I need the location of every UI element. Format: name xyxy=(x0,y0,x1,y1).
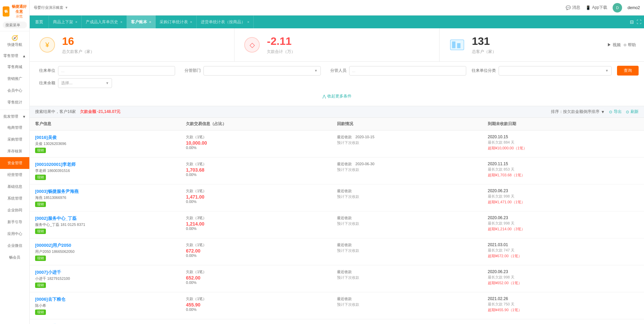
tab-close-icon[interactable]: × xyxy=(75,20,77,24)
store-label: 母婴行业演示账套 xyxy=(34,5,63,10)
sidebar-item-purchase[interactable]: 采购管理 xyxy=(0,134,29,145)
collection-info-0: 最近收款 2020-10-15 预计下次收款 xyxy=(337,135,488,145)
col-header-customer: 客户信息 xyxy=(35,121,186,127)
filter-client: 往来单位 ... xyxy=(35,66,175,76)
search-input[interactable] xyxy=(3,22,27,28)
customer-phone-2: 海燕 18513066976 xyxy=(35,195,186,200)
tab-expand-icon[interactable]: ⛶ xyxy=(637,19,641,25)
sidebar-item-retail-stats[interactable]: 零售统计 xyxy=(0,96,29,108)
sort-label: 排序：按欠款金额倒序排序 xyxy=(551,109,599,115)
sidebar-item-marketing[interactable]: 营销推广 xyxy=(0,73,29,85)
sidebar-item-quick-nav[interactable]: 🧭 快捷导航 xyxy=(0,31,29,51)
filter-category: 往来单位分类 ▼ xyxy=(472,66,612,76)
dept-select[interactable]: ▼ xyxy=(203,66,320,76)
debt-info-0: 欠款（1笔） 10,000.00 0.00% xyxy=(186,135,337,150)
message-button[interactable]: 💬 消息 xyxy=(566,5,580,10)
customer-name-3[interactable]: [0002]服务中心_丁磊 xyxy=(35,215,186,222)
sidebar-item-ecommerce[interactable]: 电商管理 xyxy=(0,122,29,134)
sidebar-item-retail-mgmt[interactable]: 零售管理 ▲ xyxy=(0,51,29,61)
svg-text:◇: ◇ xyxy=(250,41,255,49)
tab-close-icon[interactable]: × xyxy=(120,20,122,24)
customer-name-2[interactable]: [0003]畅捷服务尹海燕 xyxy=(35,188,186,195)
brand-logo: 畅 xyxy=(3,6,9,17)
sidebar-item-member[interactable]: 会员中心 xyxy=(0,85,29,96)
sidebar-item-inventory[interactable]: 库存核算 xyxy=(0,145,29,157)
search-button[interactable]: 查询 xyxy=(617,66,639,76)
sidebar-item-retail-shop[interactable]: 零售商城 xyxy=(0,61,29,73)
customer-tag-2: 现销 xyxy=(35,202,46,207)
tab-close-icon[interactable]: × xyxy=(247,20,249,24)
sidebar-item-batch-mgmt[interactable]: 批发管理 ▼ xyxy=(0,111,29,122)
sidebar-item-wechat[interactable]: 企业微信 xyxy=(0,240,29,252)
sidebar-item-vip[interactable]: 畅会员 xyxy=(0,252,29,263)
sidebar-item-enterprise[interactable]: 企业协同 xyxy=(0,204,29,216)
col-header-collection: 回款情况 xyxy=(337,121,488,127)
table-row: [000001]黄思源 黄思源 13552700226 现销 欠款（1笔） 42… xyxy=(30,319,644,324)
result-actions: 排序：按欠款金额倒序排序 ▼ ⊙ 导出 ⊙ 刷新 xyxy=(551,109,639,115)
chevron-down-icon: ▼ xyxy=(106,81,109,85)
export-button[interactable]: ⊙ 导出 xyxy=(609,109,622,115)
sidebar-item-operations[interactable]: 经营管理 xyxy=(0,169,29,181)
tab-customer-account[interactable]: 客户账本 × xyxy=(127,16,156,28)
tab-product-shelf[interactable]: 商品上下架 × xyxy=(49,16,82,28)
customer-info-5: [0007]小进千 小进千 18279152100 现销 xyxy=(35,269,186,288)
svg-rect-5 xyxy=(452,41,455,48)
balance-select[interactable]: 选择... ▼ xyxy=(58,78,112,88)
collapse-button[interactable]: ⋀ 收起更多条件 xyxy=(321,92,353,100)
filter-category-label: 往来单位分类 xyxy=(472,68,496,73)
tab-minimize-icon[interactable]: ⊟ xyxy=(630,19,634,25)
due-date-info-6: 2021.02.26 最长欠款 750 天 超期¥455.90（1笔） xyxy=(488,296,639,313)
debt-info-6: 欠款（1笔） 455.90 0.00% xyxy=(186,296,337,312)
tab-close-icon[interactable]: × xyxy=(149,20,151,24)
table-row: [0006]去下粮仓 陈小希 现销 欠款（1笔） 455.90 0.00% 最近… xyxy=(30,292,644,319)
tab-purchase-order[interactable]: 采购订单统计表 × xyxy=(156,16,196,28)
customer-name-1[interactable]: [0001020001]李老师 xyxy=(35,161,186,168)
category-select[interactable]: ▼ xyxy=(499,66,612,76)
collection-info-3: 最近收款 预计下次收款 xyxy=(337,215,488,226)
view-icon[interactable]: ▶ 视频 xyxy=(607,42,620,48)
debt-info-1: 欠款（1笔） 1,703.68 0.00% xyxy=(186,161,337,177)
filter-person: 分管人员 ... xyxy=(326,66,466,76)
refresh-icon: ⊙ xyxy=(626,110,629,114)
sidebar-item-basic-info[interactable]: 基础信息 xyxy=(0,181,29,193)
customer-name-4[interactable]: [000002]用户2050 xyxy=(35,242,186,248)
tab-product-history[interactable]: 产成品入库单历史 × xyxy=(82,16,127,28)
store-arrow[interactable]: ▼ xyxy=(65,6,68,9)
refresh-button[interactable]: ⊙ 刷新 xyxy=(626,109,639,115)
help-icon[interactable]: ⊙ 帮助 xyxy=(623,42,636,48)
sidebar-item-app-center[interactable]: 应用中心 xyxy=(0,228,29,240)
client-input[interactable]: ... xyxy=(58,66,175,76)
due-date-info-1: 2020.11.15 最长欠款 853 天 超期¥1,703.68（1笔） xyxy=(488,161,639,178)
customer-name-0[interactable]: [0016]吴俊 xyxy=(35,135,186,141)
stat-content-total: 131 总客户（家） xyxy=(472,35,496,55)
content-area: ¥ 16 总欠款客户（家） ◇ xyxy=(30,28,644,324)
sort-button[interactable]: 排序：按欠款金额倒序排序 ▼ xyxy=(551,109,605,115)
customer-info-6: [0006]去下粮仓 陈小希 现销 xyxy=(35,296,186,315)
table-header: 客户信息 欠款交易信息（占比） 回款情况 到期未收款日期 xyxy=(30,118,644,130)
due-date-info-0: 2020.10.15 最长欠款 884 天 超期¥10,000.00（1笔） xyxy=(488,135,639,151)
person-input[interactable]: ... xyxy=(349,66,466,76)
stat-content-debt: -2.11 欠款合计（万） xyxy=(267,35,295,55)
sidebar-item-newbie[interactable]: 新手引导 xyxy=(0,216,29,228)
sidebar-item-finance[interactable]: 资金管理 xyxy=(0,157,29,169)
tab-close-icon[interactable]: × xyxy=(190,20,192,24)
customer-name-6[interactable]: [0006]去下粮仓 xyxy=(35,296,186,302)
table-row: [000002]用户2050 用户2050 18665062050 现销 欠款（… xyxy=(30,238,644,265)
debt-icon: ◇ xyxy=(243,35,261,54)
app-download-button[interactable]: 📱 App下载 xyxy=(586,5,607,10)
top-bar-right: 💬 消息 📱 App下载 D demo2 xyxy=(566,3,640,12)
sidebar-item-system[interactable]: 系统管理 xyxy=(0,193,29,204)
top-bar: 母婴行业演示账套 ▼ 💬 消息 📱 App下载 D demo2 xyxy=(30,0,644,16)
filter-dept-label: 分管部门 xyxy=(180,68,201,73)
customer-name-5[interactable]: [0007]小进千 xyxy=(35,269,186,275)
tab-purchase-stats[interactable]: 进货单统计表（按商品） × xyxy=(197,16,254,28)
chevron-up-icon: ⋀ xyxy=(323,94,326,99)
filter-balance: 往来余额 选择... ▼ xyxy=(35,78,639,88)
main-content: 母婴行业演示账套 ▼ 💬 消息 📱 App下载 D demo2 首页 xyxy=(30,0,644,324)
user-name[interactable]: demo2 xyxy=(627,5,640,10)
avatar[interactable]: D xyxy=(613,3,622,12)
customer-phone-5: 小进千 18279152100 xyxy=(35,276,186,281)
tab-home[interactable]: 首页 xyxy=(30,16,49,28)
due-date-info-4: 2021.03.01 最长欠款 747 天 超期¥672.00（1笔） xyxy=(488,242,639,259)
table-row: [0002]服务中心_丁磊 服务中心_丁磊 181 0125 8371 现销 欠… xyxy=(30,211,644,238)
